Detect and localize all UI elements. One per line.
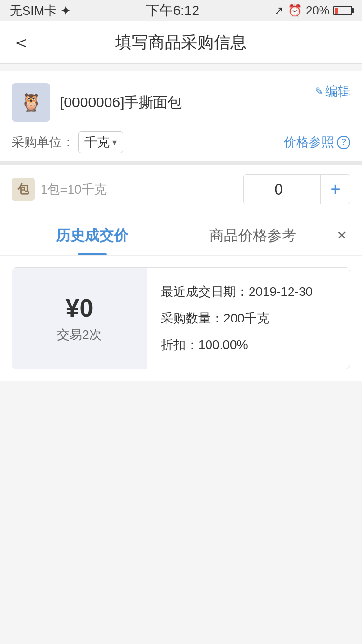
history-price-section: ¥0 交易2次 <box>12 268 147 369</box>
quantity-input[interactable] <box>244 175 321 204</box>
battery-percent-text: 20% <box>306 4 329 17</box>
tab-product-price-ref[interactable]: 商品价格参考 <box>172 214 333 255</box>
unit-value: 千克 <box>84 134 110 151</box>
history-discount-label: 折扣： <box>161 337 198 352</box>
unit-info: 包 1包=10千克 <box>12 178 107 201</box>
status-bar: 无SIM卡 ✦ 下午6:12 ↗ ⏰ 20% <box>0 0 362 21</box>
quantity-row: 包 1包=10千克 + <box>0 165 362 214</box>
edit-button[interactable]: ✎ 编辑 <box>315 83 350 100</box>
quantity-control: + <box>243 174 350 204</box>
tab-close-button[interactable]: × <box>333 218 350 252</box>
section-divider <box>0 161 362 165</box>
bottom-panel: 历史成交价 商品价格参考 × ¥0 交易2次 最近成交日期：2019-12-30… <box>0 214 362 381</box>
history-discount-value: 100.00% <box>198 337 248 352</box>
carrier-text: 无SIM卡 ✦ <box>10 2 71 19</box>
dropdown-arrow-icon: ▾ <box>112 137 117 148</box>
history-section: ¥0 交易2次 最近成交日期：2019-12-30 采购数量：200千克 折扣：… <box>0 256 362 381</box>
unit-tag: 包 <box>12 178 35 201</box>
unit-dropdown[interactable]: 千克 ▾ <box>78 131 123 153</box>
product-header: 🦉 [0000006]手撕面包 ✎ 编辑 <box>12 83 350 122</box>
history-date-row: 最近成交日期：2019-12-30 <box>161 282 336 301</box>
unit-section: 采购单位： 千克 ▾ <box>12 131 123 153</box>
back-button[interactable]: ＜ <box>12 29 31 56</box>
edit-icon: ✎ <box>315 85 323 98</box>
location-icon: ↗ <box>274 4 284 17</box>
history-date-value: 2019-12-30 <box>249 284 313 299</box>
price-ref-label: 价格参照 <box>284 134 334 151</box>
unit-label: 采购单位： <box>12 134 74 151</box>
nav-bar: ＜ 填写商品采购信息 <box>0 21 362 64</box>
history-date-label: 最近成交日期： <box>161 284 249 299</box>
product-thumbnail: 🦉 <box>12 83 50 122</box>
tab-history-price[interactable]: 历史成交价 <box>12 214 172 255</box>
history-transaction-count: 交易2次 <box>57 326 101 343</box>
history-card: ¥0 交易2次 最近成交日期：2019-12-30 采购数量：200千克 折扣：… <box>12 267 350 369</box>
alarm-icon: ⏰ <box>288 4 302 17</box>
status-time: 下午6:12 <box>146 1 199 20</box>
edit-label: 编辑 <box>325 83 350 100</box>
product-logo-icon: 🦉 <box>20 92 42 112</box>
status-left: 无SIM卡 ✦ <box>10 2 71 19</box>
history-details-section: 最近成交日期：2019-12-30 采购数量：200千克 折扣：100.00% <box>147 268 350 369</box>
history-qty-value: 200千克 <box>223 311 269 325</box>
price-reference-link[interactable]: 价格参照 ? <box>284 134 350 151</box>
price-ref-info-icon: ? <box>337 136 350 149</box>
history-qty-row: 采购数量：200千克 <box>161 309 336 328</box>
history-qty-label: 采购数量： <box>161 311 223 325</box>
quantity-add-button[interactable]: + <box>321 175 350 204</box>
status-right: ↗ ⏰ 20% <box>274 4 352 17</box>
product-card: 🦉 [0000006]手撕面包 ✎ 编辑 采购单位： 千克 ▾ 价格参照 ? <box>0 71 362 161</box>
product-left: 🦉 [0000006]手撕面包 <box>12 83 182 122</box>
product-name: [0000006]手撕面包 <box>60 93 182 112</box>
history-price-value: ¥0 <box>66 294 94 322</box>
tab-bar: 历史成交价 商品价格参考 × <box>0 214 362 256</box>
battery-icon <box>333 6 352 15</box>
empty-area <box>0 381 362 644</box>
page-title: 填写商品采购信息 <box>115 31 247 54</box>
product-unit-row: 采购单位： 千克 ▾ 价格参照 ? <box>12 131 350 153</box>
unit-ratio: 1包=10千克 <box>41 181 107 198</box>
history-discount-row: 折扣：100.00% <box>161 336 336 354</box>
